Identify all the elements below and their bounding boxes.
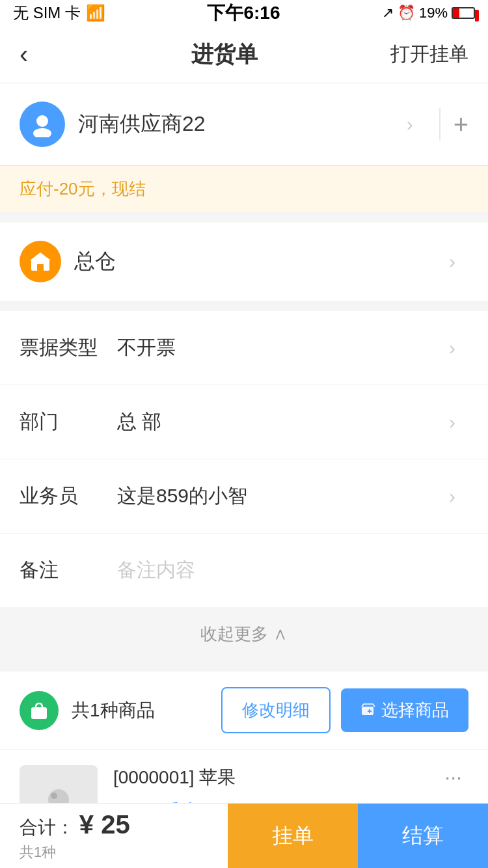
- svg-rect-4: [37, 264, 44, 271]
- status-left: 无 SIM 卡 📶: [13, 3, 105, 23]
- svg-rect-5: [31, 707, 47, 719]
- cart-icon: [360, 703, 376, 718]
- vertical-divider: [439, 108, 441, 141]
- total-amount: ¥ 25: [79, 810, 130, 839]
- warehouse-name: 总仓: [74, 247, 449, 276]
- form-card: 票据类型 不开票 › 部门 总 部 › 业务员 这是859的小智 › 备注 备注…: [0, 311, 488, 607]
- total-section: 合计： ¥ 25 共1种: [0, 810, 228, 862]
- svg-point-10: [51, 793, 57, 799]
- remark-row[interactable]: 备注 备注内容: [0, 534, 488, 607]
- more-options-button[interactable]: ···: [438, 765, 468, 789]
- supplier-row[interactable]: 河南供应商22 › +: [0, 83, 488, 165]
- status-bar: 无 SIM 卡 📶 下午6:16 ↗ ⏰ 19%: [0, 0, 488, 26]
- total-label: 合计：: [20, 817, 74, 837]
- edit-detail-button[interactable]: 修改明细: [221, 687, 331, 733]
- product-count: 共1种商品: [72, 698, 221, 723]
- payment-notice: 应付-20元，现结: [0, 165, 488, 212]
- collapse-label: 收起更多 ∧: [200, 623, 287, 645]
- department-value: 总 部: [104, 409, 449, 435]
- salesman-row[interactable]: 业务员 这是859的小智 ›: [0, 459, 488, 534]
- total-count: 共1种: [20, 843, 208, 862]
- remark-label: 备注: [20, 557, 104, 584]
- warehouse-card: 总仓 ›: [0, 223, 488, 301]
- checkout-button[interactable]: 结算: [358, 804, 488, 869]
- warehouse-row[interactable]: 总仓 ›: [0, 223, 488, 301]
- warehouse-icon: [29, 250, 52, 273]
- select-product-label: 选择商品: [381, 699, 449, 722]
- select-product-button[interactable]: 选择商品: [341, 688, 468, 732]
- wifi-icon: 📶: [86, 4, 105, 22]
- battery-icon: [452, 7, 475, 19]
- chevron-right-icon: ›: [449, 251, 455, 273]
- invoice-row[interactable]: 票据类型 不开票 ›: [0, 311, 488, 385]
- chevron-right-icon: ›: [449, 411, 455, 433]
- supplier-avatar: [20, 102, 65, 147]
- remark-input[interactable]: 备注内容: [104, 557, 468, 584]
- content-area: 河南供应商22 › + 应付-20元，现结 总仓 › 票据类型 不开票 ›: [0, 83, 488, 868]
- chevron-right-icon: ›: [449, 485, 455, 508]
- bottom-bar: 合计： ¥ 25 共1种 挂单 结算: [0, 803, 488, 868]
- supplier-card: 河南供应商22 › + 应付-20元，现结: [0, 83, 488, 212]
- department-row[interactable]: 部门 总 部 ›: [0, 385, 488, 459]
- add-button[interactable]: +: [454, 110, 468, 139]
- location-icon: ↗: [382, 5, 394, 21]
- svg-marker-3: [30, 252, 51, 260]
- svg-point-1: [33, 128, 51, 137]
- alarm-icon: ⏰: [398, 5, 415, 21]
- product-header: 共1种商品 修改明细 选择商品: [0, 671, 488, 749]
- chevron-right-icon: ›: [449, 337, 455, 359]
- collapse-button[interactable]: 收起更多 ∧: [0, 607, 488, 661]
- salesman-label: 业务员: [20, 483, 104, 509]
- back-button[interactable]: ‹: [20, 40, 59, 69]
- product-name: [0000001] 苹果: [113, 765, 438, 790]
- chevron-right-icon: ›: [407, 113, 413, 135]
- department-label: 部门: [20, 409, 104, 435]
- status-right: ↗ ⏰ 19%: [382, 5, 475, 21]
- invoice-value: 不开票: [104, 334, 449, 361]
- carrier-text: 无 SIM 卡: [13, 3, 81, 23]
- svg-point-0: [36, 115, 48, 127]
- page-title: 进货单: [191, 40, 258, 70]
- supplier-name: 河南供应商22: [78, 110, 407, 139]
- nav-bar: ‹ 进货单 打开挂单: [0, 26, 488, 83]
- warehouse-icon-wrap: [20, 241, 61, 282]
- open-hang-button[interactable]: 打开挂单: [390, 41, 468, 68]
- invoice-label: 票据类型: [20, 334, 104, 361]
- user-icon: [29, 111, 55, 137]
- salesman-value: 这是859的小智: [104, 483, 449, 509]
- status-time: 下午6:16: [207, 1, 280, 25]
- battery-text: 19%: [419, 5, 448, 21]
- hang-order-button[interactable]: 挂单: [228, 804, 358, 869]
- product-icon-wrap: [20, 691, 59, 730]
- shopping-bag-icon: [28, 699, 50, 722]
